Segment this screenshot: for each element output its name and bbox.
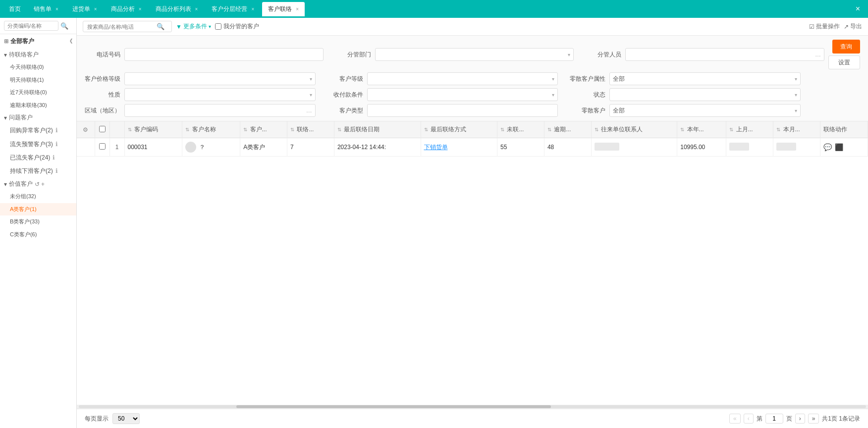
main-layout: 🔍 ⊞ 全部客户 《 ▾ 待联络客户 今天待联络(0) 明天待联络(1) 近7天… bbox=[0, 18, 868, 428]
col-type[interactable]: ⇅ 客户... bbox=[240, 121, 287, 138]
col-this-year-sort-icon: ⇅ bbox=[680, 127, 684, 132]
arrow-problem: ▾ bbox=[4, 114, 7, 121]
nav-tab-analysis-list[interactable]: 商品分析列表 × bbox=[150, 2, 204, 16]
export-icon: ↗ bbox=[844, 23, 849, 30]
page-number-input[interactable] bbox=[765, 414, 783, 424]
col-contact[interactable]: ⇅ 联络... bbox=[287, 121, 334, 138]
refresh-icon[interactable]: ↺ bbox=[35, 181, 40, 188]
section-value-customers[interactable]: ▾ 价值客户 ↺ + bbox=[0, 178, 76, 190]
filter-status-select[interactable]: ▾ bbox=[609, 88, 801, 101]
nav-home[interactable]: 首页 bbox=[4, 2, 26, 16]
nav-tab-customer-contact[interactable]: 客户联络 × bbox=[262, 2, 305, 16]
row-last-method[interactable]: 下销货单 bbox=[421, 138, 497, 157]
close-sales-tab[interactable]: × bbox=[55, 6, 58, 12]
col-contacts-sort-icon: ⇅ bbox=[595, 127, 598, 132]
my-customers-checkbox[interactable]: 我分管的客户 bbox=[215, 22, 259, 31]
row-checkbox-cell[interactable] bbox=[95, 138, 109, 157]
next-page-button[interactable]: › bbox=[795, 414, 805, 424]
last-page-button[interactable]: » bbox=[808, 414, 819, 424]
col-last-date-sort-icon: ⇅ bbox=[337, 127, 341, 132]
sidebar-item-a-class[interactable]: A类客户(1) bbox=[0, 203, 76, 216]
customer-avatar bbox=[185, 142, 196, 153]
filter-nature-select[interactable]: ▾ bbox=[124, 88, 316, 101]
section-problem-customers[interactable]: ▾ 问题客户 bbox=[0, 111, 76, 124]
sidebar-item-7days[interactable]: 近7天待联络(0) bbox=[0, 86, 76, 99]
filter-cust-type-select[interactable] bbox=[367, 104, 558, 117]
page-size-select[interactable]: 10 20 50 100 bbox=[112, 413, 140, 424]
close-customer-contact-tab[interactable]: × bbox=[296, 6, 299, 12]
filter-funnel-icon: ▼ bbox=[176, 23, 182, 30]
section-pending-contact[interactable]: ▾ 待联络客户 bbox=[0, 49, 76, 61]
advanced-filter-panel: 电话号码 分管部门 ▾ 分管 bbox=[77, 36, 868, 121]
filter-payment-select[interactable]: ▾ bbox=[367, 88, 558, 101]
filter-sparse-cust-select[interactable]: 全部 ▾ bbox=[609, 104, 801, 117]
nav-tab-analysis[interactable]: 商品分析 × bbox=[105, 2, 148, 16]
filter-search-icon[interactable]: 🔍 bbox=[157, 23, 164, 30]
add-group-icon[interactable]: + bbox=[41, 181, 45, 188]
filter-price-level-select[interactable]: ▾ bbox=[124, 72, 316, 85]
col-contacts[interactable]: ⇅ 往来单位联系人 bbox=[591, 121, 677, 138]
filter-phone-input[interactable] bbox=[124, 48, 324, 61]
query-button[interactable]: 查询 bbox=[832, 40, 860, 54]
first-page-button[interactable]: « bbox=[729, 414, 741, 424]
my-customers-check[interactable] bbox=[215, 23, 221, 30]
col-this-month[interactable]: ⇅ 本月... bbox=[773, 121, 820, 138]
total-info: 共1页 1条记录 bbox=[822, 415, 860, 423]
sidebar-search-icon[interactable]: 🔍 bbox=[60, 22, 68, 30]
row-checkbox[interactable] bbox=[99, 143, 106, 150]
sidebar-item-tomorrow[interactable]: 明天待联络(1) bbox=[0, 74, 76, 87]
close-purchase-tab[interactable]: × bbox=[94, 6, 97, 12]
filter-more-button[interactable]: ▼ 更多条件 ▾ bbox=[176, 22, 211, 31]
col-overdue[interactable]: ⇅ 逾期... bbox=[544, 121, 591, 138]
table-settings-header[interactable]: ⚙ bbox=[77, 121, 95, 138]
col-this-year[interactable]: ⇅ 本年... bbox=[677, 121, 726, 138]
horizontal-scrollbar[interactable] bbox=[77, 405, 868, 409]
col-code[interactable]: ⇅ 客户编码 bbox=[124, 121, 182, 138]
filter-dept-select[interactable]: ▾ bbox=[375, 48, 574, 61]
row-name: ？ bbox=[182, 138, 240, 157]
chat-icon[interactable]: 💬 bbox=[823, 143, 832, 151]
batch-ops-button[interactable]: ☑ 批量操作 bbox=[809, 22, 840, 31]
select-all-checkbox[interactable] bbox=[99, 126, 106, 132]
close-analysis-list-tab[interactable]: × bbox=[195, 6, 198, 12]
qr-icon[interactable]: ⬛ bbox=[835, 143, 843, 151]
col-last-date[interactable]: ⇅ 最后联络日期 bbox=[334, 121, 421, 138]
sidebar-item-overdue[interactable]: 逾期未联络(30) bbox=[0, 99, 76, 112]
sidebar-item-ungrouped[interactable]: 未分组(32) bbox=[0, 190, 76, 203]
sidebar-search-input[interactable] bbox=[4, 21, 58, 31]
dept-arrow-icon: ▾ bbox=[568, 52, 570, 57]
sidebar-item-churn-warning[interactable]: 流失预警客户(3) ℹ bbox=[0, 138, 76, 151]
scrollbar-thumb[interactable] bbox=[236, 405, 551, 408]
setting-button[interactable]: 设置 bbox=[828, 55, 860, 69]
all-customers-header[interactable]: ⊞ 全部客户 《 bbox=[0, 34, 76, 49]
filter-sparse-attr: 零散客户属性 全部 ▾ bbox=[570, 72, 801, 85]
sidebar-item-b-class[interactable]: B类客户(33) bbox=[0, 215, 76, 228]
close-analysis-tab[interactable]: × bbox=[139, 6, 142, 12]
filter-search-input[interactable] bbox=[87, 24, 157, 30]
sidebar-item-c-class[interactable]: C类客户(6) bbox=[0, 228, 76, 241]
table-checkbox-header[interactable] bbox=[95, 121, 109, 138]
nav-tab-sales[interactable]: 销售单 × bbox=[28, 2, 64, 16]
sidebar-item-declining[interactable]: 持续下滑客户(2) ℹ bbox=[0, 164, 76, 178]
nav-tab-purchase[interactable]: 进货单 × bbox=[66, 2, 103, 16]
sidebar-item-today[interactable]: 今天待联络(0) bbox=[0, 61, 76, 74]
close-all-button[interactable]: × bbox=[852, 2, 864, 15]
export-button[interactable]: ↗ 导出 bbox=[844, 22, 862, 31]
filter-manager-select[interactable]: … bbox=[625, 48, 824, 61]
col-no-contact-sort-icon: ⇅ bbox=[500, 127, 504, 132]
col-last-method[interactable]: ⇅ 最后联络方式 bbox=[421, 121, 497, 138]
sidebar-item-repeat-anomaly[interactable]: 回购异常客户(2) ℹ bbox=[0, 124, 76, 137]
col-last-month[interactable]: ⇅ 上月... bbox=[726, 121, 773, 138]
prev-page-button[interactable]: ‹ bbox=[744, 414, 754, 424]
filter-customer-level-select[interactable]: ▾ bbox=[367, 72, 558, 85]
row-overdue: 48 bbox=[544, 138, 591, 157]
nav-tab-customer-mgmt[interactable]: 客户分层经营 × bbox=[206, 2, 260, 16]
close-customer-mgmt-tab[interactable]: × bbox=[251, 6, 254, 12]
sidebar-item-churned[interactable]: 已流失客户(24) ℹ bbox=[0, 151, 76, 164]
col-no-contact[interactable]: ⇅ 未联... bbox=[497, 121, 544, 138]
grid-icon: ⊞ bbox=[4, 38, 8, 45]
filter-sparse-attr-select[interactable]: 全部 ▾ bbox=[609, 72, 801, 85]
payment-arrow: ▾ bbox=[552, 92, 554, 98]
col-name[interactable]: ⇅ 客户名称 bbox=[182, 121, 240, 138]
filter-region-select[interactable]: … bbox=[124, 104, 316, 117]
